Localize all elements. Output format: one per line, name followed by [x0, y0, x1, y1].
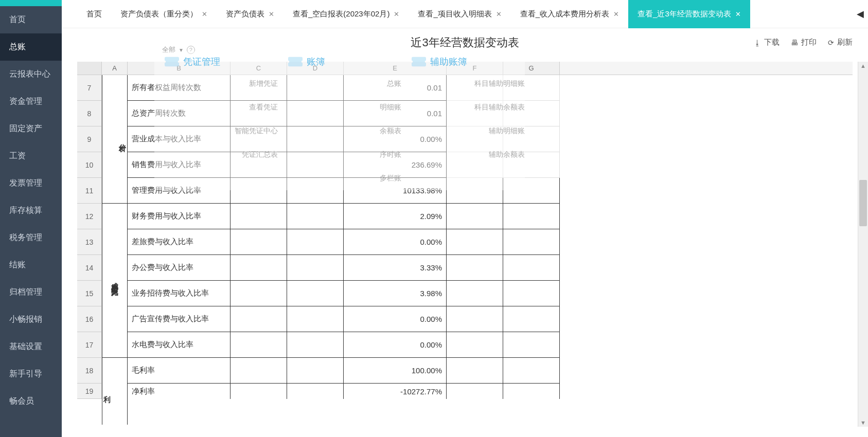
cell[interactable] [503, 178, 560, 204]
col-header-E[interactable]: E [344, 62, 447, 75]
sidebar-item-guide[interactable]: 新手引导 [0, 360, 62, 388]
tab-3year-data[interactable]: 查看_近3年经营数据变动表✕ [628, 0, 750, 28]
cell[interactable] [447, 75, 503, 101]
cell[interactable] [503, 306, 560, 332]
cell[interactable]: 水电费与收入比率 [128, 332, 231, 358]
sidebar-item-reports[interactable]: 云报表中心 [0, 61, 62, 88]
row-header[interactable]: 13 [77, 229, 102, 255]
cell[interactable]: 236.69% [344, 152, 447, 178]
col-header-D[interactable]: D [287, 62, 344, 75]
cell[interactable]: 100.00% [344, 358, 447, 384]
cell[interactable] [447, 332, 503, 358]
cell[interactable] [287, 152, 344, 178]
tab-income-cost[interactable]: 查看_收入成本费用分析表✕ [511, 0, 628, 28]
cell[interactable] [447, 126, 503, 152]
row-header[interactable]: 14 [77, 255, 102, 281]
row-header[interactable]: 10 [77, 152, 102, 178]
cell[interactable]: 净利率 [128, 384, 231, 399]
cell[interactable] [287, 255, 344, 281]
col-header-A[interactable]: A [102, 62, 128, 75]
col-header-F[interactable]: F [447, 62, 503, 75]
cell[interactable]: -10272.77% [344, 384, 447, 399]
row-header[interactable]: 19 [77, 384, 102, 399]
cell[interactable]: 总资产周转次数 [128, 101, 231, 126]
cell[interactable] [287, 384, 344, 399]
sidebar-item-expense[interactable]: 小畅报销 [0, 306, 62, 333]
cell[interactable]: 0.00% [344, 126, 447, 152]
row-header[interactable]: 8 [77, 101, 102, 126]
print-button[interactable]: 🖶打印 [791, 38, 817, 47]
sidebar-item-closing[interactable]: 结账 [0, 251, 62, 279]
cell[interactable] [447, 229, 503, 255]
row-header[interactable]: 16 [77, 306, 102, 332]
cell[interactable] [287, 178, 344, 204]
tab-balance[interactable]: 资产负债表✕ [217, 0, 284, 28]
sidebar-item-settings[interactable]: 基础设置 [0, 333, 62, 360]
cell[interactable] [231, 126, 287, 152]
col-header-G[interactable]: G [503, 62, 560, 75]
sidebar-item-inventory[interactable]: 库存核算 [0, 197, 62, 224]
download-button[interactable]: ⭳下载 [754, 38, 780, 47]
help-icon[interactable]: ? [187, 46, 195, 54]
sidebar-item-member[interactable]: 畅会员 [0, 388, 62, 415]
cell[interactable] [231, 306, 287, 332]
row-header[interactable]: 17 [77, 332, 102, 358]
cell[interactable] [447, 101, 503, 126]
sidebar-item-funds[interactable]: 资金管理 [0, 88, 62, 115]
cell[interactable] [503, 281, 560, 306]
cell[interactable]: 0.00% [344, 306, 447, 332]
cell-merged-cost-ratio[interactable]: 成本费用收入比 [102, 204, 128, 358]
cell[interactable] [287, 281, 344, 306]
close-icon[interactable]: ✕ [496, 10, 502, 18]
cell[interactable]: 0.00% [344, 229, 447, 255]
row-header[interactable]: 15 [77, 281, 102, 306]
scroll-up-icon[interactable]: ▲ [858, 63, 868, 69]
cell[interactable]: 10133.98% [344, 178, 447, 204]
cell-merged-profit[interactable]: 利 [102, 358, 128, 425]
tab-home[interactable]: 首页 [77, 0, 111, 28]
cell[interactable]: 业务招待费与收入比率 [128, 281, 231, 306]
cell[interactable]: 3.98% [344, 281, 447, 306]
cell[interactable] [231, 281, 287, 306]
sidebar-item-salary[interactable]: 工资 [0, 142, 62, 170]
cell[interactable]: 办公费与收入比率 [128, 255, 231, 281]
cell[interactable] [231, 75, 287, 101]
cell[interactable] [231, 255, 287, 281]
sidebar-item-archive[interactable]: 归档管理 [0, 279, 62, 306]
cell[interactable] [287, 204, 344, 229]
cell[interactable]: 2.09% [344, 204, 447, 229]
cell-merged-analysis[interactable]: 分析 [102, 75, 128, 204]
cell[interactable] [231, 204, 287, 229]
cell[interactable] [503, 204, 560, 229]
cell[interactable] [503, 152, 560, 178]
close-icon[interactable]: ✕ [735, 10, 741, 18]
sidebar-item-invoice[interactable]: 发票管理 [0, 170, 62, 197]
cell[interactable] [287, 126, 344, 152]
cell[interactable] [447, 255, 503, 281]
cell[interactable] [447, 152, 503, 178]
cell[interactable] [231, 101, 287, 126]
cell[interactable]: 0.01 [344, 75, 447, 101]
col-header-B[interactable]: B [128, 62, 231, 75]
tab-balance-reclass[interactable]: 资产负债表（重分类）✕ [111, 0, 217, 28]
cell[interactable]: 广告宣传费与收入比率 [128, 306, 231, 332]
cell[interactable] [447, 204, 503, 229]
cell[interactable] [287, 75, 344, 101]
cell[interactable] [231, 384, 287, 399]
cell[interactable]: 0.00% [344, 332, 447, 358]
cell[interactable] [503, 332, 560, 358]
cell[interactable] [231, 229, 287, 255]
refresh-button[interactable]: ⟳刷新 [828, 38, 853, 47]
cell[interactable]: 财务费用与收入比率 [128, 204, 231, 229]
tab-scroll-left-icon[interactable]: ◀ [857, 8, 864, 20]
close-icon[interactable]: ✕ [394, 10, 399, 18]
cell[interactable] [503, 255, 560, 281]
tab-project-income[interactable]: 查看_项目收入明细表✕ [409, 0, 510, 28]
cell[interactable] [503, 75, 560, 101]
cell[interactable]: 毛利率 [128, 358, 231, 384]
cell[interactable] [287, 332, 344, 358]
cell[interactable]: 销售费用与收入比率 [128, 152, 231, 178]
sidebar-item-assets[interactable]: 固定资产 [0, 115, 62, 142]
close-icon[interactable]: ✕ [613, 10, 619, 18]
cell[interactable] [287, 229, 344, 255]
